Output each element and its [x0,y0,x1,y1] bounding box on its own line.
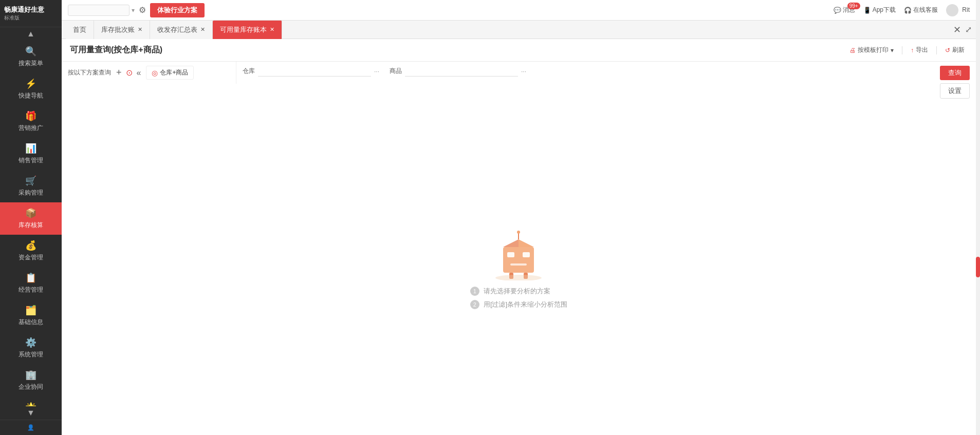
sidebar-item-label: 系统管理 [19,350,43,359]
sidebar-item-label: 营销推广 [19,124,43,133]
sidebar-item-label: 经营管理 [19,286,43,294]
svg-point-9 [517,231,520,234]
empty-state: 1 请先选择要分析的方案 2 用[过滤]条件来缩小分析范围 [470,229,567,309]
sidebar-nav: 🔍 搜索菜单 ⚡ 快捷导航 🎁 营销推广 📊 销售管理 🛒 采购管理 📦 库存核… [0,41,62,406]
app-download-label: App下载 [873,6,896,14]
clipboard-icon: 📋 [25,272,36,283]
phone-download-icon: 📱 [863,7,871,14]
product-input[interactable] [405,66,518,77]
page-header: 可用量查询(按仓库+商品) 🖨 按模板打印 ▾ ↑ 导出 ↺ 刷新 [62,39,976,62]
scheme-circle-icon: ◎ [152,69,158,77]
tab-batch-ledger-label: 库存批次账 [101,25,135,34]
empty-tips: 1 请先选择要分析的方案 2 用[过滤]条件来缩小分析范围 [470,287,567,309]
tab-receipts-summary[interactable]: 收发存汇总表 ✕ [150,21,213,39]
export-label: 导出 [916,46,928,54]
sidebar-scroll-up[interactable]: ▲ [0,27,62,41]
sidebar-item-operations[interactable]: 📋 经营管理 [0,267,62,299]
box-icon: 📦 [25,207,36,219]
export-icon: ↑ [911,47,914,54]
scheme-item-warehouse-product[interactable]: ◎ 仓库+商品 [146,66,194,80]
content-area: 1 请先选择要分析的方案 2 用[过滤]条件来缩小分析范围 [62,103,976,435]
query-button[interactable]: 查询 [940,66,970,80]
topbar-right: 💬 消息 99+ 📱 App下载 🎧 在线客服 Rit [834,4,970,16]
tip-text-1: 请先选择要分析的方案 [484,287,550,296]
sidebar-scroll-down[interactable]: ▼ [0,406,62,420]
avatar [946,4,958,16]
search-bar: ▾ [68,5,135,16]
tabbar: 首页 库存批次账 ✕ 收发存汇总表 ✕ 可用量库存账本 ✕ ✕ ⤢ [62,21,976,39]
expand-button[interactable]: ⤢ [965,25,972,34]
warehouse-label: 仓库 [243,67,255,75]
query-actions: 查询 设置 [940,66,970,99]
sidebar-item-purchase[interactable]: 🛒 采购管理 [0,170,62,202]
main-area: ▾ ⚙ 体验行业方案 💬 消息 99+ 📱 App下载 🎧 在线客服 Rit [62,0,976,435]
filter-scheme-label: 按以下方案查询 [68,68,111,77]
sidebar-item-quicknav[interactable]: ⚡ 快捷导航 [0,73,62,105]
sidebar-item-enterprise[interactable]: 🏢 企业协同 [0,364,62,396]
money-icon: 💰 [25,240,36,251]
sidebar-item-marketing[interactable]: 🎁 营销推广 [0,105,62,138]
tab-close-icon[interactable]: ✕ [270,26,274,33]
settings-icon[interactable]: ⚙ [139,5,146,15]
refresh-icon: ↺ [945,47,950,54]
sidebar-bottom: 👤 [0,420,62,435]
experience-industry-button[interactable]: 体验行业方案 [150,3,205,17]
sidebar-item-label: 企业协同 [19,383,43,391]
add-scheme-button[interactable]: + [116,67,122,78]
warehouse-input[interactable] [258,66,371,77]
online-service-button[interactable]: 🎧 在线客服 [904,6,938,14]
right-scrollbar[interactable] [976,0,980,435]
collapse-icon[interactable]: « [137,68,141,78]
close-tab-button[interactable]: ✕ [953,24,961,35]
scheme-settings-icon[interactable]: ⊙ [126,68,133,78]
message-button[interactable]: 💬 消息 99+ [834,6,855,14]
sidebar-item-base[interactable]: 🗂️ 基础信息 [0,299,62,332]
app-download-button[interactable]: 📱 App下载 [863,6,896,14]
divider [902,46,902,54]
tab-close-icon[interactable]: ✕ [138,26,142,33]
user-profile[interactable]: Rit [946,4,970,16]
sidebar-item-newguide[interactable]: 🌟 新手引导 [0,396,62,406]
sidebar-item-label: 搜索菜单 [19,59,43,68]
svg-rect-4 [523,252,530,257]
page-title: 可用量查询(按仓库+商品) [70,45,162,55]
chevron-print-icon: ▾ [891,47,894,54]
tab-receipts-summary-label: 收发存汇总表 [157,25,197,34]
refresh-button[interactable]: ↺ 刷新 [942,44,968,56]
star-icon: 🌟 [25,402,36,406]
topbar: ▾ ⚙ 体验行业方案 💬 消息 99+ 📱 App下载 🎧 在线客服 Rit [62,0,976,21]
scrollbar-thumb [976,257,980,277]
settings-button[interactable]: 设置 [940,83,970,99]
sidebar-item-system[interactable]: ⚙️ 系统管理 [0,332,62,364]
search-input[interactable] [68,5,130,16]
sidebar-item-finance[interactable]: 💰 资金管理 [0,235,62,267]
refresh-label: 刷新 [952,46,965,54]
tab-home[interactable]: 首页 [66,21,94,39]
svg-marker-1 [503,239,519,247]
tabbar-controls: ✕ ⤢ [953,24,972,35]
export-button[interactable]: ↑ 导出 [908,44,931,56]
product-more-icon[interactable]: ··· [521,68,526,75]
app-name: 畅康通好生意 [4,5,58,14]
user-small-icon: 👤 [27,424,34,431]
tip-num-2: 2 [470,300,479,309]
warehouse-more-icon[interactable]: ··· [374,68,379,75]
headset-icon: 🎧 [904,7,912,14]
tab-batch-ledger[interactable]: 库存批次账 ✕ [94,21,150,39]
tab-available-ledger[interactable]: 可用量库存账本 ✕ [213,21,282,39]
sidebar-item-inventory[interactable]: 📦 库存核算 [0,202,62,235]
online-service-label: 在线客服 [913,6,938,14]
print-template-button[interactable]: 🖨 按模板打印 ▾ [846,44,897,56]
gear-icon: ⚙️ [25,337,36,348]
warehouse-field: 仓库 ··· [243,66,379,77]
tip-item-2: 2 用[过滤]条件来缩小分析范围 [470,300,567,309]
tab-available-ledger-label: 可用量库存账本 [220,25,267,34]
tab-close-icon[interactable]: ✕ [200,26,205,33]
print-template-label: 按模板打印 [858,46,889,54]
sidebar-item-label: 基础信息 [19,318,43,327]
sidebar-item-search[interactable]: 🔍 搜索菜单 [0,41,62,73]
filter-actions: + ⊙ « [116,67,141,78]
sidebar-item-label: 销售管理 [19,156,43,165]
divider2 [936,46,937,54]
sidebar-item-sales[interactable]: 📊 销售管理 [0,138,62,170]
